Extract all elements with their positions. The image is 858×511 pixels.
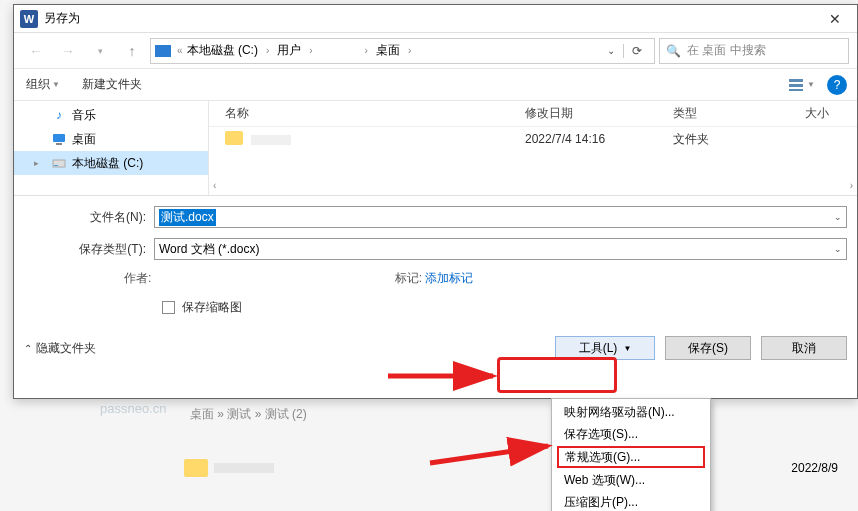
- menu-compress-pictures[interactable]: 压缩图片(P)...: [554, 491, 708, 511]
- dialog-body: ♪ 音乐 桌面 ▸ 本地磁盘 (C:) 名称 修改日期 类型 大小 2: [14, 101, 857, 195]
- menu-web-options[interactable]: Web 选项(W)...: [554, 469, 708, 491]
- crumb-3[interactable]: 桌面: [374, 40, 402, 61]
- svg-rect-1: [789, 84, 803, 87]
- forward-button[interactable]: →: [54, 37, 82, 65]
- sidebar: ♪ 音乐 桌面 ▸ 本地磁盘 (C:): [14, 101, 209, 195]
- sidebar-item-local-disk[interactable]: ▸ 本地磁盘 (C:): [14, 151, 208, 175]
- col-type[interactable]: 类型: [657, 105, 789, 122]
- bg-date: 2022/8/9: [791, 461, 858, 475]
- svg-rect-3: [53, 134, 65, 142]
- menu-general-options[interactable]: 常规选项(G)...: [557, 446, 705, 468]
- menu-save-options[interactable]: 保存选项(S)...: [554, 423, 708, 445]
- titlebar: W 另存为 ✕: [14, 5, 857, 33]
- file-list: 名称 修改日期 类型 大小 2022/7/4 14:16 文件夹 ‹ ›: [209, 101, 857, 195]
- tag-label: 标记:: [395, 271, 422, 285]
- toolbar: 组织▼ 新建文件夹 ▼ ?: [14, 69, 857, 101]
- sidebar-item-label: 桌面: [72, 131, 96, 148]
- pc-icon: [155, 45, 171, 57]
- row-type: 文件夹: [657, 131, 789, 148]
- bottom-panel: 文件名(N): 测试.docx ⌄ 保存类型(T): Word 文档 (*.do…: [14, 195, 857, 366]
- svg-rect-6: [54, 165, 58, 166]
- crumb-2[interactable]: [319, 45, 359, 57]
- music-icon: ♪: [52, 108, 66, 122]
- svg-rect-2: [789, 89, 803, 91]
- search-placeholder: 在 桌面 中搜索: [687, 42, 766, 59]
- up-button[interactable]: ↑: [118, 37, 146, 65]
- menu-map-drive[interactable]: 映射网络驱动器(N)...: [554, 401, 708, 423]
- svg-rect-4: [56, 143, 62, 145]
- save-button[interactable]: 保存(S): [665, 336, 751, 360]
- crumb-0[interactable]: 本地磁盘 (C:): [185, 40, 260, 61]
- col-size[interactable]: 大小: [789, 105, 857, 122]
- col-name[interactable]: 名称: [209, 105, 509, 122]
- expand-icon[interactable]: ▸: [34, 158, 39, 168]
- search-icon: 🔍: [666, 44, 681, 58]
- folder-icon: [184, 459, 208, 477]
- thumbnail-checkbox[interactable]: [162, 301, 175, 314]
- background-list: 桌面 » 测试 » 测试 (2) 2022/8/9: [100, 400, 858, 482]
- filename-input[interactable]: 测试.docx ⌄: [154, 206, 847, 228]
- chevron-down-icon[interactable]: ⌄: [834, 212, 842, 222]
- add-tag-link[interactable]: 添加标记: [425, 271, 473, 285]
- scroll-right[interactable]: ›: [850, 180, 853, 191]
- tools-menu: 映射网络驱动器(N)... 保存选项(S)... 常规选项(G)... Web …: [551, 398, 711, 511]
- breadcrumb-dropdown[interactable]: ⌄: [601, 45, 621, 56]
- bg-breadcrumb: 桌面 » 测试 » 测试 (2): [100, 406, 307, 423]
- word-app-icon: W: [20, 10, 38, 28]
- scroll-left[interactable]: ‹: [213, 180, 216, 191]
- breadcrumb[interactable]: « 本地磁盘 (C:) › 用户 › › 桌面 › ⌄ ⟳: [150, 38, 655, 64]
- cancel-button[interactable]: 取消: [761, 336, 847, 360]
- sidebar-item-music[interactable]: ♪ 音乐: [14, 103, 208, 127]
- filename-label: 文件名(N):: [24, 209, 154, 226]
- nav-row: ← → ▾ ↑ « 本地磁盘 (C:) › 用户 › › 桌面 › ⌄ ⟳ 🔍 …: [14, 33, 857, 69]
- svg-rect-0: [789, 79, 803, 82]
- author-value[interactable]: [155, 270, 205, 282]
- recent-dropdown[interactable]: ▾: [86, 37, 114, 65]
- list-item[interactable]: 2022/7/4 14:16 文件夹: [209, 127, 857, 151]
- help-button[interactable]: ?: [827, 75, 847, 95]
- disk-icon: [52, 156, 66, 170]
- sidebar-item-label: 音乐: [72, 107, 96, 124]
- sidebar-item-desktop[interactable]: 桌面: [14, 127, 208, 151]
- crumb-1[interactable]: 用户: [275, 40, 303, 61]
- search-box[interactable]: 🔍 在 桌面 中搜索: [659, 38, 849, 64]
- col-date[interactable]: 修改日期: [509, 105, 657, 122]
- filetype-label: 保存类型(T):: [24, 241, 154, 258]
- desktop-icon: [52, 132, 66, 146]
- filetype-select[interactable]: Word 文档 (*.docx) ⌄: [154, 238, 847, 260]
- window-title: 另存为: [44, 10, 80, 27]
- thumbnail-label: 保存缩略图: [182, 300, 242, 314]
- refresh-button[interactable]: ⟳: [623, 44, 650, 58]
- row-date: 2022/7/4 14:16: [509, 132, 657, 146]
- chevron-down-icon[interactable]: ⌄: [834, 244, 842, 254]
- close-button[interactable]: ✕: [815, 5, 855, 33]
- column-headers: 名称 修改日期 类型 大小: [209, 101, 857, 127]
- new-folder-button[interactable]: 新建文件夹: [80, 74, 144, 95]
- view-options-button[interactable]: [787, 76, 805, 94]
- sidebar-item-label: 本地磁盘 (C:): [72, 155, 143, 172]
- back-button[interactable]: ←: [22, 37, 50, 65]
- highlight-tools: [497, 357, 617, 393]
- folder-icon: [225, 131, 243, 145]
- save-as-dialog: W 另存为 ✕ ← → ▾ ↑ « 本地磁盘 (C:) › 用户 › › 桌面 …: [13, 4, 858, 399]
- author-label: 作者:: [124, 271, 151, 285]
- organize-button[interactable]: 组织▼: [24, 74, 62, 95]
- hide-folders-toggle[interactable]: ⌃ 隐藏文件夹: [24, 340, 96, 357]
